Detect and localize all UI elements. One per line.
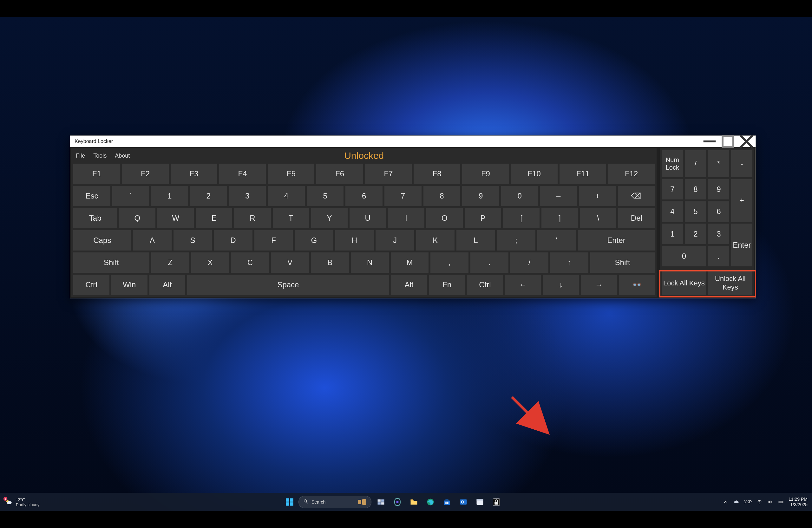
app-generic-button[interactable]	[473, 495, 487, 509]
numpad-subtract[interactable]: -	[731, 150, 752, 177]
menu-about[interactable]: About	[115, 152, 130, 159]
numpad-6[interactable]: 6	[708, 201, 729, 222]
lock-all-keys-button[interactable]: Lock All Keys	[662, 271, 706, 295]
key-backspace[interactable]: ⌫	[618, 186, 655, 206]
key-m[interactable]: M	[391, 252, 429, 273]
key-f8[interactable]: F8	[414, 164, 460, 184]
store-button[interactable]	[440, 495, 454, 509]
key-f5[interactable]: F5	[268, 164, 314, 184]
tray-chevron-up-icon[interactable]	[723, 499, 729, 505]
key-backslash[interactable]: \	[580, 208, 616, 228]
menu-tools[interactable]: Tools	[93, 152, 106, 159]
key-ctrl-left[interactable]: Ctrl	[73, 275, 110, 295]
numpad-add[interactable]: +	[731, 179, 752, 222]
key-t[interactable]: T	[273, 208, 309, 228]
key-1[interactable]: 1	[151, 186, 188, 206]
numpad-enter[interactable]: Enter	[731, 223, 752, 266]
numpad-5[interactable]: 5	[685, 201, 706, 222]
key-bracket-left[interactable]: [	[503, 208, 539, 228]
taskbar-clock[interactable]: 11:29 PM 1/3/2025	[788, 497, 808, 508]
numpad-2[interactable]: 2	[685, 223, 706, 244]
file-explorer-button[interactable]	[407, 495, 421, 509]
key-caps[interactable]: Caps	[73, 230, 131, 250]
key-c[interactable]: C	[231, 252, 269, 273]
key-o[interactable]: O	[426, 208, 463, 228]
key-e[interactable]: E	[196, 208, 232, 228]
tray-language[interactable]: УКР	[744, 499, 752, 504]
key-fn[interactable]: Fn	[429, 275, 465, 295]
key-f4[interactable]: F4	[219, 164, 266, 184]
key-d[interactable]: D	[214, 230, 252, 250]
copilot-button[interactable]	[390, 495, 404, 509]
task-view-button[interactable]	[374, 495, 388, 509]
key-v[interactable]: V	[271, 252, 309, 273]
key-f9[interactable]: F9	[462, 164, 509, 184]
outlook-button[interactable]	[456, 495, 470, 509]
key-k[interactable]: K	[416, 230, 454, 250]
key-f2[interactable]: F2	[122, 164, 169, 184]
numpad-divide[interactable]: /	[685, 150, 706, 177]
key-del[interactable]: Del	[618, 208, 655, 228]
key-4[interactable]: 4	[268, 186, 305, 206]
key-arrow-up[interactable]: ↑	[550, 252, 589, 273]
tray-battery-icon[interactable]	[778, 499, 784, 505]
key-q[interactable]: Q	[119, 208, 156, 228]
keyboard-locker-taskbar-button[interactable]	[490, 495, 503, 509]
numpad-3[interactable]: 3	[708, 223, 729, 244]
key-f1[interactable]: F1	[73, 164, 120, 184]
edge-button[interactable]	[423, 495, 437, 509]
key-shift-right[interactable]: Shift	[590, 252, 655, 273]
numpad-dot[interactable]: .	[708, 246, 729, 266]
numpad-8[interactable]: 8	[685, 179, 706, 200]
key-period[interactable]: .	[470, 252, 508, 273]
key-0[interactable]: 0	[501, 186, 538, 206]
numpad-4[interactable]: 4	[662, 201, 683, 222]
key-s[interactable]: S	[174, 230, 212, 250]
key-enter[interactable]: Enter	[578, 230, 655, 250]
unlock-all-keys-button[interactable]: Unlock All Keys	[708, 271, 752, 295]
key-a[interactable]: A	[133, 230, 171, 250]
minimize-button[interactable]	[700, 136, 719, 147]
key-6[interactable]: 6	[345, 186, 382, 206]
key-space[interactable]: Space	[187, 275, 389, 295]
key-3[interactable]: 3	[229, 186, 266, 206]
key-8[interactable]: 8	[423, 186, 461, 206]
key-arrow-left[interactable]: ←	[505, 275, 541, 295]
key-z[interactable]: Z	[151, 252, 189, 273]
key-shift-left[interactable]: Shift	[73, 252, 149, 273]
tray-wifi-icon[interactable]	[756, 499, 763, 505]
key-bracket-right[interactable]: ]	[541, 208, 578, 228]
tray-onedrive-icon[interactable]	[733, 499, 740, 505]
key-alt-left[interactable]: Alt	[149, 275, 186, 295]
key-win[interactable]: Win	[111, 275, 147, 295]
key-f7[interactable]: F7	[365, 164, 412, 184]
key-p[interactable]: P	[465, 208, 501, 228]
key-slash[interactable]: /	[510, 252, 548, 273]
key-tab[interactable]: Tab	[73, 208, 117, 228]
key-y[interactable]: Y	[311, 208, 348, 228]
close-button[interactable]	[737, 136, 756, 147]
key-f6[interactable]: F6	[316, 164, 363, 184]
key-x[interactable]: X	[191, 252, 229, 273]
key-h[interactable]: H	[335, 230, 374, 250]
key-esc[interactable]: Esc	[73, 186, 111, 206]
key-n[interactable]: N	[351, 252, 389, 273]
window-titlebar[interactable]: Keyboard Locker	[70, 136, 756, 147]
key-alt-right[interactable]: Alt	[391, 275, 427, 295]
key-f11[interactable]: F11	[560, 164, 606, 184]
key-g[interactable]: G	[295, 230, 333, 250]
key-w[interactable]: W	[157, 208, 194, 228]
key-f[interactable]: F	[255, 230, 293, 250]
key-arrow-right[interactable]: →	[581, 275, 617, 295]
numpad-9[interactable]: 9	[708, 179, 729, 200]
desktop[interactable]: CLICKTHIS.BLOG Keyboard Locker	[0, 17, 812, 511]
menu-file[interactable]: File	[76, 152, 85, 159]
key-u[interactable]: U	[350, 208, 386, 228]
taskbar-weather[interactable]: 1 -2°C Partly cloudy	[0, 497, 70, 507]
numpad-numlock[interactable]: Num Lock	[662, 150, 683, 177]
numpad-7[interactable]: 7	[662, 179, 683, 200]
key-grave[interactable]: `	[112, 186, 149, 206]
start-button[interactable]	[283, 496, 296, 508]
key-ctrl-right[interactable]: Ctrl	[467, 275, 503, 295]
key-2[interactable]: 2	[190, 186, 227, 206]
